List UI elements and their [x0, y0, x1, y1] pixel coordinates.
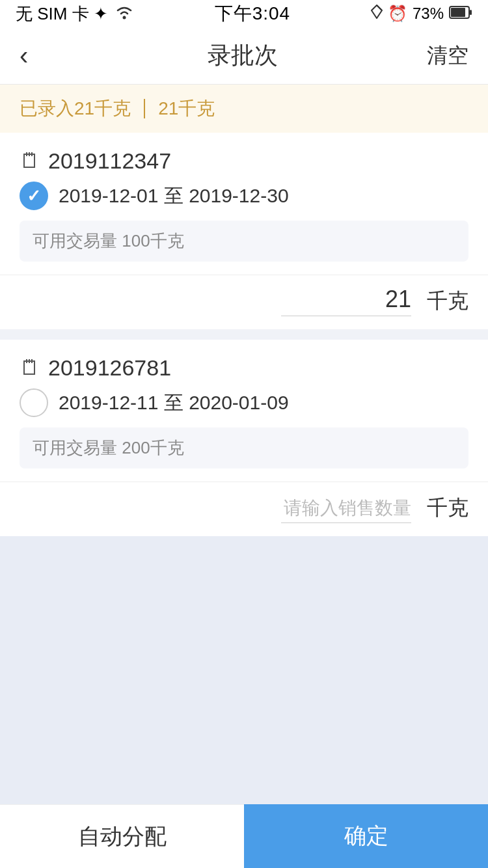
batch-header-1: 🗒 2019112347 — [0, 133, 488, 179]
batch-id-1: 2019112347 — [48, 148, 171, 174]
quantity-input-wrapper-1[interactable] — [20, 286, 411, 316]
svg-rect-3 — [470, 10, 472, 15]
confirm-button[interactable]: 确定 — [244, 804, 488, 868]
status-bar: 无 SIM 卡 ✦ 下午3:04 ⏰ 73% — [0, 0, 488, 27]
summary-banner: 已录入21千克 21千克 — [0, 85, 488, 133]
quantity-input-1[interactable] — [281, 286, 411, 313]
batch-date-row-2[interactable]: 2019-12-11 至 2020-01-09 — [0, 386, 488, 425]
radio-2[interactable] — [20, 388, 48, 417]
input-underline-2 — [281, 522, 411, 523]
status-left: 无 SIM 卡 ✦ — [16, 3, 134, 25]
no-sim-text: 无 SIM 卡 ✦ — [16, 3, 108, 25]
location-icon — [371, 5, 383, 23]
summary-divider — [144, 99, 145, 118]
battery-text: 73% — [413, 5, 444, 23]
quantity-input-2[interactable] — [281, 493, 411, 520]
batch-card-2: 🗒 2019126781 2019-12-11 至 2020-01-09 可用交… — [0, 340, 488, 536]
batch-header-2: 🗒 2019126781 — [0, 340, 488, 386]
battery-icon — [449, 5, 472, 23]
batch-date-1: 2019-12-01 至 2019-12-30 — [59, 183, 289, 210]
alarm-icon: ⏰ — [388, 5, 407, 23]
batch-id-2: 2019126781 — [48, 355, 171, 381]
batch-card-1: 🗒 2019112347 2019-12-01 至 2019-12-30 可用交… — [0, 133, 488, 329]
batch-available-1: 可用交易量 100千克 — [20, 221, 468, 262]
batch-date-row-1[interactable]: 2019-12-01 至 2019-12-30 — [0, 179, 488, 218]
svg-point-0 — [122, 16, 126, 19]
summary-value: 21千克 — [158, 96, 215, 121]
status-right: ⏰ 73% — [371, 5, 472, 23]
batch-doc-icon-2: 🗒 — [20, 356, 40, 380]
auto-distribute-button[interactable]: 自动分配 — [0, 804, 244, 868]
empty-area — [0, 536, 488, 804]
batch-doc-icon-1: 🗒 — [20, 149, 40, 173]
bottom-buttons: 自动分配 确定 — [0, 804, 488, 868]
batch-available-2: 可用交易量 200千克 — [20, 427, 468, 468]
quantity-row-1: 千克 — [0, 275, 488, 329]
clear-button[interactable]: 清空 — [427, 42, 468, 70]
input-underline-1 — [281, 316, 411, 316]
wifi-icon — [115, 4, 134, 24]
recorded-label: 已录入21千克 — [20, 96, 131, 121]
quantity-unit-2: 千克 — [427, 494, 468, 522]
quantity-input-wrapper-2[interactable] — [20, 493, 411, 523]
card-separator — [0, 329, 488, 340]
radio-1[interactable] — [20, 182, 48, 210]
quantity-unit-1: 千克 — [427, 287, 468, 316]
status-time: 下午3:04 — [215, 1, 291, 26]
page-title: 录批次 — [208, 40, 278, 72]
back-button[interactable]: ‹ — [20, 41, 59, 70]
svg-rect-2 — [451, 8, 465, 17]
batch-date-2: 2019-12-11 至 2020-01-09 — [59, 390, 289, 416]
nav-bar: ‹ 录批次 清空 — [0, 27, 488, 85]
quantity-row-2: 千克 — [0, 481, 488, 536]
